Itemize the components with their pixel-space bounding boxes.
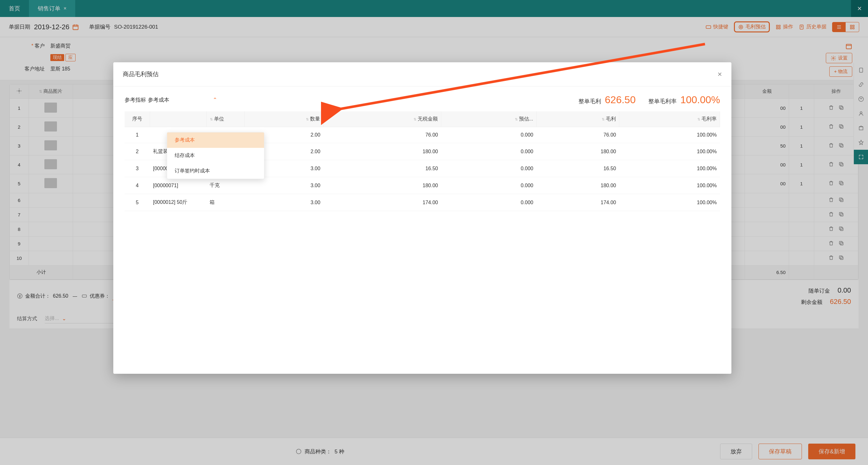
metric-dropdown: 参考成本 结存成本 订单签约时成本: [167, 132, 265, 179]
mod-col-profit[interactable]: ⇅毛利: [536, 112, 619, 127]
total-rate-label: 整单毛利率: [648, 98, 677, 104]
modal-close-button[interactable]: ×: [718, 70, 722, 79]
dd-option-balance-cost[interactable]: 结存成本: [167, 148, 264, 163]
profit-modal: 商品毛利预估 × 参考指标 参考成本 ⌃ 整单毛利626.50 整单毛利率100…: [113, 62, 732, 374]
dd-option-contract-cost[interactable]: 订单签约时成本: [167, 163, 264, 179]
total-rate-value: 100.00%: [680, 94, 720, 105]
mod-col-unit[interactable]: ⇅单位: [207, 112, 244, 127]
total-profit-value: 626.50: [605, 94, 636, 105]
dd-option-ref-cost[interactable]: 参考成本: [167, 132, 264, 148]
modal-title: 商品毛利预估: [123, 70, 159, 78]
table-row: 4[00000071]千克3.00180.000.000180.00100.00…: [125, 177, 720, 194]
table-row: 5[0000012] 50斤箱3.00174.000.000174.00100.…: [125, 194, 720, 211]
mod-col-notax[interactable]: ⇅无税金额: [323, 112, 441, 127]
total-profit-label: 整单毛利: [579, 98, 601, 104]
mod-col-idx[interactable]: 序号: [125, 112, 150, 127]
chevron-up-icon: ⌃: [213, 97, 217, 103]
mod-col-rate[interactable]: ⇅毛利率: [619, 112, 720, 127]
mod-col-est[interactable]: ⇅预估...: [441, 112, 536, 127]
metric-label: 参考指标: [125, 96, 146, 103]
metric-select[interactable]: 参考成本 ⌃: [148, 95, 217, 105]
mod-col-qty[interactable]: ⇅数量: [244, 112, 323, 127]
